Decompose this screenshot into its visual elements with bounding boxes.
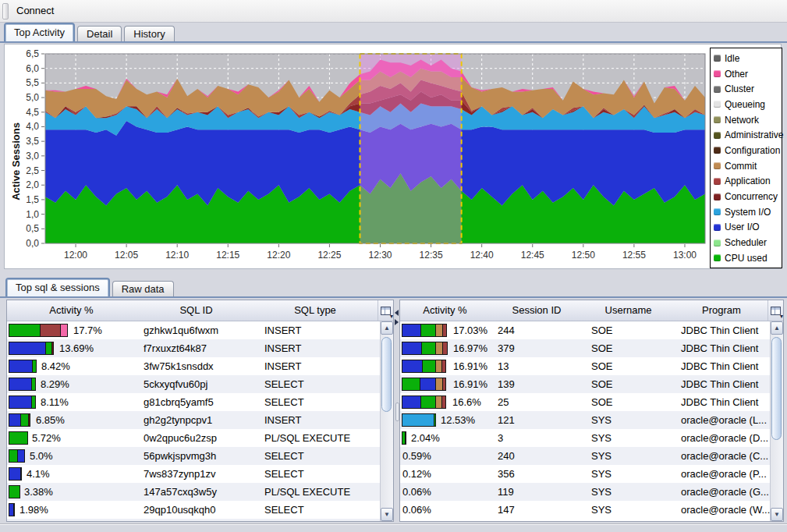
column-header-program[interactable]: Program: [673, 300, 770, 321]
cell-username: SYS: [583, 447, 673, 465]
scroll-up-icon[interactable]: ▲: [381, 321, 393, 335]
legend-item-commit: Commit: [714, 158, 781, 174]
activity-cell: 8.11%: [7, 393, 136, 411]
tab-detail[interactable]: Detail: [77, 26, 122, 42]
chart-panel: Active Sessions 12:0012:0512:1012:1512:2…: [4, 44, 782, 269]
cell-program: oracle@oracle (G...: [673, 483, 770, 501]
vertical-scrollbar[interactable]: ▲▼: [770, 321, 783, 521]
table-row[interactable]: 3.38%147a57cxq3w5yPL/SQL EXECUTE: [7, 483, 380, 501]
table-row[interactable]: 0.12%356SYSoracle@oracle (P...: [400, 465, 770, 483]
table-row[interactable]: 2.04%3SYSoracle@oracle (D...: [400, 429, 770, 447]
table-row[interactable]: 0.06%147SYSoracle@oracle (W...: [400, 501, 770, 519]
cell-session-id: 244: [490, 321, 583, 339]
table-row[interactable]: 5.72%0w2qpuc6u2zspPL/SQL EXECUTE: [7, 429, 380, 447]
table-row[interactable]: 1.98%29qp10usqkqh0SELECT: [7, 501, 380, 519]
column-control-button[interactable]: [768, 300, 783, 321]
scroll-up-icon[interactable]: ▲: [771, 321, 783, 335]
activity-cell: 4.1%: [7, 465, 136, 483]
table-row[interactable]: 5.0%56pwkjspvmg3hSELECT: [7, 447, 380, 465]
legend-swatch: [714, 239, 721, 246]
table-row[interactable]: 17.03%244SOEJDBC Thin Client: [400, 321, 770, 339]
scroll-down-icon[interactable]: ▼: [771, 508, 783, 521]
tab-label: History: [133, 28, 165, 40]
cell-username: SOE: [583, 393, 673, 411]
menu-connect[interactable]: Connect: [11, 0, 59, 21]
legend-swatch: [714, 101, 721, 108]
vertical-scrollbar[interactable]: ▲▼: [380, 321, 393, 521]
cell-sql-type: INSERT: [257, 411, 374, 429]
table-row[interactable]: 4.1%7ws837zynp1zvSELECT: [7, 465, 380, 483]
table-row[interactable]: 8.42%3fw75k1snsddxINSERT: [7, 357, 380, 375]
table-row[interactable]: 12.53%121SYSoracle@oracle (L...: [400, 411, 770, 429]
tab-history[interactable]: History: [124, 26, 174, 42]
bar-segment-green: [20, 467, 22, 481]
table-row[interactable]: 16.6%25SOEJDBC Thin Client: [400, 393, 770, 411]
activity-percent: 12.53%: [441, 411, 475, 429]
table-row[interactable]: 0.06%119SYSoracle@oracle (G...: [400, 483, 770, 501]
legend-item-concurrency: Concurrency: [714, 189, 781, 204]
column-control-button[interactable]: [378, 300, 393, 321]
legend-label: Concurrency: [725, 191, 778, 202]
split-divider[interactable]: [394, 300, 399, 522]
table-row[interactable]: 6.85%gh2g2tynpcpv1INSERT: [7, 411, 380, 429]
tab-top-sql-sessions[interactable]: Top sql & sessions: [5, 278, 110, 297]
tab-raw-data[interactable]: Raw data: [112, 281, 174, 297]
scrollbar-thumb[interactable]: [771, 337, 782, 440]
column-header-activity[interactable]: Activity %: [7, 300, 136, 321]
activity-percent: 13.69%: [59, 339, 94, 357]
activity-cell: 0.06%: [400, 483, 490, 501]
chart-legend: IdleOtherClusterQueueingNetworkAdministr…: [710, 48, 782, 268]
activity-cell: 16.97%: [400, 339, 490, 357]
x-tick-label: 12:15: [216, 250, 239, 261]
active-sessions-chart[interactable]: 12:0012:0512:1012:1512:2012:2512:3012:35…: [5, 44, 708, 268]
legend-swatch: [714, 132, 721, 139]
table-row[interactable]: 8.11%g81cbrq5yamf5SELECT: [7, 393, 380, 411]
column-header-username[interactable]: Username: [583, 300, 673, 321]
column-header-activity[interactable]: Activity %: [400, 300, 490, 321]
activity-percent: 17.7%: [73, 321, 102, 339]
table-row[interactable]: 16.91%13SOEJDBC Thin Client: [400, 357, 770, 375]
y-tick-label: 5,5: [26, 77, 39, 88]
legend-label: System I/O: [725, 207, 771, 218]
y-tick-label: 2,0: [26, 179, 39, 190]
x-tick-label: 12:10: [165, 250, 189, 261]
toolbar-grip[interactable]: [2, 3, 9, 20]
cell-sql-type: PL/SQL EXECUTE: [257, 483, 374, 501]
cell-sql-id: 5ckxyqfvu60pj: [136, 375, 257, 393]
bar-segment-red: [441, 360, 446, 373]
table-row[interactable]: 0.59%240SYSoracle@oracle (C...: [400, 447, 770, 465]
y-tick-label: 5,0: [26, 92, 39, 103]
legend-label: Commit: [725, 161, 757, 172]
activity-bar: [9, 413, 30, 427]
table-row-partial[interactable]: [7, 519, 380, 521]
table-row[interactable]: 16.97%379SOEJDBC Thin Client: [400, 339, 770, 357]
legend-label: Administrative: [725, 129, 783, 140]
scroll-down-icon[interactable]: ▼: [381, 508, 393, 521]
tab-content-border: [0, 41, 787, 43]
activity-percent: 8.29%: [41, 375, 69, 393]
legend-label: CPU used: [725, 253, 768, 264]
column-header-sql-id[interactable]: SQL ID: [136, 300, 257, 321]
divider-collapse-right-icon[interactable]: [395, 319, 399, 325]
table-row[interactable]: 16.91%139SOEJDBC Thin Client: [400, 375, 770, 393]
column-header-sql-type[interactable]: SQL type: [257, 300, 374, 321]
tab-top-activity[interactable]: Top Activity: [4, 23, 75, 42]
activity-cell: 8.29%: [7, 375, 136, 393]
scrollbar-thumb[interactable]: [381, 337, 392, 412]
divider-collapse-left-icon[interactable]: [395, 310, 399, 316]
table-row[interactable]: 13.69%f7rxuxzt64k87INSERT: [7, 339, 380, 357]
y-tick-label: 3,0: [26, 151, 39, 161]
cell-program: oracle@oracle (D...: [673, 429, 770, 447]
activity-percent: 5.0%: [30, 447, 53, 465]
cell-sql-id: 0w2qpuc6u2zsp: [136, 429, 257, 447]
cell-sql-id: f7rxuxzt64k87: [136, 339, 257, 357]
activity-percent: 5.72%: [32, 429, 61, 447]
main-tab-bar: Top ActivityDetailHistory: [4, 22, 177, 42]
bar-segment-green: [402, 378, 420, 391]
bar-segment-blue: [9, 467, 21, 481]
table-row[interactable]: 17.7%gzhkw1qu6fwxmINSERT: [7, 321, 380, 339]
legend-swatch: [714, 86, 721, 93]
column-header-session-id[interactable]: Session ID: [490, 300, 583, 321]
x-tick-label: 12:55: [622, 250, 646, 261]
table-row[interactable]: 8.29%5ckxyqfvu60pjSELECT: [7, 375, 380, 393]
